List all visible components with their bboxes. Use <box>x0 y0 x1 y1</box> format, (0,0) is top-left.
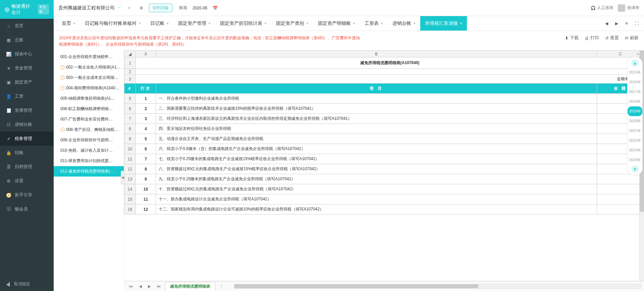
row-number-cell[interactable]: 9 <box>136 174 156 184</box>
tree-item[interactable]: 009-企业所得税弥补亏损明… <box>54 135 124 145</box>
year-up-icon[interactable]: ▲ <box>631 59 639 67</box>
amount-cell[interactable] <box>597 194 644 204</box>
user-menu[interactable]: 徐泽华 <box>618 4 639 12</box>
close-icon[interactable]: × <box>306 21 309 26</box>
tab[interactable]: 固定资产类别× <box>271 16 313 31</box>
year-item[interactable]: 2021年 <box>628 126 642 136</box>
tree-item[interactable]: 012-减免所得税优惠明细表(… <box>54 166 124 177</box>
refresh-button[interactable]: ⟳刷新 <box>625 35 639 41</box>
sidebar-item[interactable]: 🔒结账 <box>0 146 54 160</box>
tree-item[interactable]: ?003-一般企业成本支出明细… <box>54 72 124 83</box>
tree-collapse-handle[interactable]: ◀ <box>121 171 125 184</box>
amount-cell[interactable] <box>597 204 644 214</box>
sheet-first-icon[interactable]: ⏮ <box>127 283 135 289</box>
tree-item[interactable]: 007-广告费和业务宣传费跨… <box>54 114 124 125</box>
row-number-cell[interactable]: 1 <box>136 94 156 104</box>
help-icon[interactable]: ? <box>60 65 65 69</box>
sidebar-item[interactable]: Ⓥ畅会员 <box>0 202 54 216</box>
reset-button[interactable]: ↺重置 <box>605 35 619 41</box>
row-header[interactable]: 4 <box>124 84 136 94</box>
row-number-cell[interactable]: 4 <box>136 124 156 134</box>
close-icon[interactable]: × <box>139 21 141 26</box>
row-header[interactable]: 8 <box>124 124 136 134</box>
sheet-tab[interactable]: 减免所得税优惠明细表 <box>165 282 215 291</box>
row-header[interactable]: 1 <box>124 57 136 69</box>
item-cell[interactable]: 十二、国家规划布局内集成电路设计企业可减按10%的税率征收企业所得税（填写A10… <box>156 204 597 214</box>
tab-close-all-icon[interactable]: ✕ <box>622 19 631 28</box>
select-all-cell[interactable]: ◢ <box>124 51 136 57</box>
close-icon[interactable]: × <box>166 21 169 26</box>
sheet-last-icon[interactable]: ⏭ <box>155 283 163 289</box>
tab[interactable]: 日记账与银行对账单核对× <box>80 16 146 31</box>
tab[interactable]: 工资表× <box>360 16 388 31</box>
amount-cell[interactable] <box>597 184 644 194</box>
item-cell[interactable]: 九、线宽小于0.25微米的集成电路生产企业减免企业所得税（填写A107042） <box>156 174 597 184</box>
item-cell[interactable]: 二、国家需要重点扶持的高新技术企业减按15%的税率征收企业所得税（填写A1070… <box>156 104 597 114</box>
sidebar-item[interactable]: 👤工资 <box>0 89 54 103</box>
row-header[interactable]: 7 <box>124 114 136 124</box>
tree-item[interactable]: ?004-期间费用明细表(A1040… <box>54 83 124 93</box>
row-header[interactable]: 16 <box>124 204 136 214</box>
row-number-cell[interactable]: 8 <box>136 164 156 174</box>
year-item[interactable]: 2017年 <box>628 87 642 97</box>
switch-old-button[interactable]: 切到旧版 <box>149 4 172 12</box>
row-header[interactable]: 2 <box>124 69 136 75</box>
help-icon[interactable]: ? <box>60 128 65 132</box>
row-header[interactable]: 13 <box>124 174 136 184</box>
year-item[interactable]: 2023年 <box>628 145 642 155</box>
tree-item[interactable]: ?008-资产折旧、摊销及纳税… <box>54 125 124 135</box>
horizontal-scrollbar[interactable] <box>234 284 641 289</box>
item-cell[interactable]: 十一、新办集成电路设计企业减免企业所得税（填写A107042） <box>156 194 597 204</box>
row-number-cell[interactable]: 7 <box>136 154 156 164</box>
row-number-cell[interactable]: 3 <box>136 114 156 124</box>
sheet-next-icon[interactable]: ▶ <box>146 283 153 289</box>
item-cell[interactable]: 三、经济特区和上海浦东新区新设立的高新技术企业在区内取得的所得定期减免企业所得税… <box>156 114 597 124</box>
row-header[interactable]: 10 <box>124 144 136 154</box>
item-cell[interactable]: 四、受灾地区农村信用社免征企业所得税 <box>156 124 597 134</box>
gear-icon[interactable]: ⚙ <box>137 4 146 12</box>
tab[interactable]: 固定资产折旧统计表× <box>215 16 271 31</box>
row-number-cell[interactable]: 10 <box>136 184 156 194</box>
row-header[interactable]: 3 <box>124 75 136 84</box>
spreadsheet[interactable]: ◢ A B C 1减免所得税优惠明细表(A107040) 2 3金额单位：元 4… <box>124 50 644 214</box>
row-header[interactable]: 11 <box>124 154 136 164</box>
year-item[interactable]: 2020年 <box>628 116 642 126</box>
sidebar-item[interactable]: ¥资金管理 <box>0 61 54 75</box>
amount-cell[interactable] <box>597 174 644 184</box>
year-item[interactable]: 2016年 <box>628 77 642 87</box>
sidebar-item[interactable]: 🧾发票管理 <box>0 103 54 117</box>
close-icon[interactable]: × <box>460 21 462 26</box>
row-header[interactable]: 5 <box>124 94 136 104</box>
row-header[interactable]: 6 <box>124 104 136 114</box>
sidebar-item[interactable]: ⚙设置 <box>0 174 54 188</box>
tab[interactable]: 日记账× <box>146 16 173 31</box>
sidebar-item[interactable]: ⌂首页 <box>0 19 54 33</box>
sidebar-item[interactable]: ▦总账 <box>0 33 54 47</box>
year-item[interactable]: 2024年 <box>628 155 642 165</box>
row-header[interactable]: 15 <box>124 194 136 204</box>
row-header[interactable]: 12 <box>124 164 136 174</box>
tab[interactable]: 进销台账× <box>388 16 420 31</box>
item-cell[interactable]: 七、线宽小于0.25微米的集成电路生产企业减按15%税率征收企业所得税（填写A1… <box>156 154 597 164</box>
row-number-cell[interactable]: 12 <box>136 204 156 214</box>
tab[interactable]: 首页× <box>57 16 80 31</box>
row-number-cell[interactable]: 6 <box>136 144 156 154</box>
sidebar-item[interactable]: 🗄归档管理 <box>0 160 54 174</box>
support-link[interactable]: 🎧 人工咨询 <box>591 5 613 11</box>
year-down-icon[interactable]: ▼ <box>631 165 639 173</box>
company-selector[interactable]: 贵州腾越建设工程有限公司 ﹀ <box>58 5 121 11</box>
close-icon[interactable]: × <box>73 21 75 26</box>
tab-next-icon[interactable]: ▶ <box>612 19 621 28</box>
sidebar-item[interactable]: ▣固定资产 <box>0 75 54 89</box>
row-header[interactable]: 14 <box>124 184 136 194</box>
help-icon[interactable]: ? <box>60 86 65 90</box>
sidebar-item[interactable]: ✓税务管理 <box>0 132 54 146</box>
row-number-cell[interactable]: 11 <box>136 194 156 204</box>
sheet-menu-icon[interactable]: ⋮ <box>217 283 225 289</box>
fullscreen-icon[interactable]: ⛶ <box>632 19 641 28</box>
sidebar-item[interactable]: 📊报表中心 <box>0 47 54 61</box>
row-header[interactable]: 9 <box>124 134 136 144</box>
item-cell[interactable]: 八、投资额超过80亿元的集成电路生产企业减按15%税率征收企业所得税（填写A10… <box>156 164 597 174</box>
period-value[interactable]: 2020-06 <box>193 6 207 10</box>
tab[interactable]: 固定资产明细账× <box>313 16 360 31</box>
